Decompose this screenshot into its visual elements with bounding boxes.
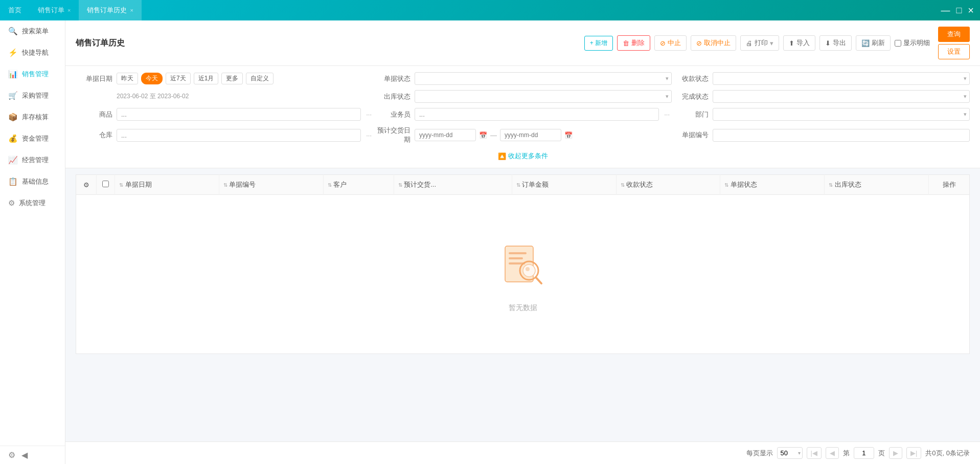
- minimize-icon[interactable]: —: [939, 3, 952, 18]
- warehouse-ellipsis-btn[interactable]: ···: [364, 131, 374, 139]
- th-out-status[interactable]: ⇅ 出库状态: [825, 175, 929, 195]
- data-table: ⚙ ⇅ 单据日期 ⇅ 单据编号: [76, 174, 970, 354]
- bill-status-select[interactable]: [415, 72, 672, 85]
- collapse-more-btn[interactable]: 🔼 收起更多条件: [76, 148, 970, 162]
- tab-home[interactable]: 首页: [0, 0, 30, 20]
- sidebar-item-search[interactable]: 🔍 搜索菜单: [0, 20, 65, 42]
- table-settings-th[interactable]: ⚙: [76, 175, 97, 195]
- date-btn-today[interactable]: 今天: [141, 73, 163, 84]
- system-icon: ⚙: [8, 198, 15, 208]
- bill-status-content: [415, 72, 672, 85]
- inventory-icon: 📦: [8, 113, 18, 122]
- sidebar-operation-label: 经营管理: [22, 156, 49, 165]
- department-select[interactable]: [713, 108, 970, 121]
- th-out-status-sort-icon: ⇅: [829, 182, 833, 188]
- th-amount[interactable]: ⇅ 订单金额: [512, 175, 616, 195]
- table-area: ⚙ ⇅ 单据日期 ⇅ 单据编号: [65, 168, 980, 441]
- salesperson-ellipsis-btn[interactable]: ···: [662, 111, 672, 118]
- th-receive-status[interactable]: ⇅ 收款状态: [616, 175, 720, 195]
- date-btn-yesterday[interactable]: 昨天: [117, 73, 138, 84]
- salesperson-label: 业务员: [374, 110, 415, 119]
- query-button[interactable]: 查询: [938, 27, 970, 42]
- cancel-stop-button[interactable]: ⊘ 取消中止: [691, 35, 736, 51]
- collapse-icon: 🔼: [498, 152, 506, 160]
- date-filter-content: 昨天 今天 近7天 近1月 更多 自定义: [117, 73, 374, 84]
- th-receive-status-label: 收款状态: [626, 181, 653, 188]
- sidebar-finance-label: 资金管理: [22, 134, 49, 143]
- new-button[interactable]: + 新增: [584, 36, 613, 51]
- out-stock-filter-cell: 出库状态: [374, 90, 672, 103]
- sidebar-item-basic[interactable]: 📋 基础信息: [0, 171, 65, 192]
- th-bill-no[interactable]: ⇅ 单据编号: [219, 175, 323, 195]
- receive-status-select[interactable]: [713, 72, 970, 85]
- refresh-button[interactable]: 🔄 刷新: [856, 35, 891, 51]
- sidebar-item-inventory[interactable]: 📦 库存核算: [0, 106, 65, 128]
- sidebar-collapse-icon[interactable]: ◀: [21, 450, 28, 460]
- date-btn-1month[interactable]: 近1月: [194, 73, 219, 84]
- th-expected-date-label: 预计交货...: [404, 181, 436, 188]
- th-amount-label: 订单金额: [522, 181, 549, 188]
- sidebar-item-sales[interactable]: 📊 销售管理: [0, 63, 65, 85]
- expected-date-filter-cell: 预计交货日期 📅 — 📅: [374, 126, 672, 144]
- next-page-button[interactable]: ▶: [889, 447, 902, 459]
- sidebar-settings-icon[interactable]: ⚙: [8, 450, 15, 460]
- tab-sales-order[interactable]: 销售订单 ×: [30, 0, 79, 20]
- table-settings-icon[interactable]: ⚙: [83, 181, 89, 189]
- delete-icon: 🗑: [623, 39, 629, 47]
- date-calendar-to-icon[interactable]: 📅: [564, 131, 573, 139]
- warehouse-input[interactable]: [117, 129, 361, 142]
- close-sales-order-history-tab-icon[interactable]: ×: [130, 7, 133, 13]
- last-page-button[interactable]: ▶|: [906, 447, 921, 459]
- th-bill-status[interactable]: ⇅ 单据状态: [720, 175, 825, 195]
- expected-date-from-input[interactable]: [415, 129, 476, 141]
- print-button[interactable]: 🖨 打印 ▾: [740, 35, 779, 51]
- tab-sales-order-history[interactable]: 销售订单历史 ×: [79, 0, 141, 20]
- maximize-icon[interactable]: □: [954, 3, 964, 18]
- show-detail-checkbox[interactable]: [895, 40, 901, 47]
- sidebar-item-system[interactable]: ⚙ 系统管理: [0, 192, 65, 214]
- salesperson-input[interactable]: [415, 108, 659, 121]
- th-bill-status-sort-icon: ⇅: [724, 182, 728, 188]
- close-sales-order-tab-icon[interactable]: ×: [67, 7, 71, 13]
- stop-button[interactable]: ⊘ 中止: [654, 35, 687, 51]
- date-btn-7days[interactable]: 近7天: [166, 73, 191, 84]
- sidebar-quicknav-label: 快捷导航: [22, 48, 49, 57]
- th-expected-date[interactable]: ⇅ 预计交货...: [394, 175, 512, 195]
- product-input[interactable]: [117, 108, 361, 121]
- select-all-checkbox[interactable]: [102, 181, 109, 187]
- bill-no-filter-cell: 单据编号: [672, 126, 970, 144]
- out-stock-select[interactable]: [415, 90, 672, 103]
- setting-button[interactable]: 设置: [938, 44, 970, 59]
- quicknav-icon: ⚡: [8, 48, 18, 57]
- delete-button[interactable]: 🗑 删除: [617, 35, 650, 51]
- show-detail-label: 显示明细: [903, 38, 930, 48]
- page-title: 销售订单历史: [76, 38, 125, 55]
- sidebar-item-finance[interactable]: 💰 资金管理: [0, 128, 65, 149]
- bill-status-label: 单据状态: [374, 74, 415, 83]
- bill-no-input[interactable]: [713, 129, 970, 142]
- import-button[interactable]: ⬆ 导入: [783, 35, 815, 51]
- department-content: [713, 108, 970, 121]
- print-dropdown-icon[interactable]: ▾: [770, 39, 773, 47]
- date-btn-more[interactable]: 更多: [221, 73, 243, 84]
- sidebar-item-quicknav[interactable]: ⚡ 快捷导航: [0, 42, 65, 63]
- window-close-icon[interactable]: ×: [966, 3, 976, 18]
- page-input[interactable]: [854, 447, 874, 459]
- date-calendar-from-icon[interactable]: 📅: [479, 131, 487, 139]
- th-customer[interactable]: ⇅ 客户: [323, 175, 394, 195]
- first-page-button[interactable]: |◀: [807, 447, 822, 459]
- sidebar-item-purchase[interactable]: 🛒 采购管理: [0, 85, 65, 106]
- sidebar-sales-label: 销售管理: [22, 70, 49, 79]
- expected-date-to-input[interactable]: [500, 129, 561, 141]
- sidebar-item-operation[interactable]: 📈 经营管理: [0, 149, 65, 171]
- prev-page-button[interactable]: ◀: [826, 447, 839, 459]
- th-bill-no-label: 单据编号: [229, 181, 256, 188]
- export-icon: ⬇: [825, 39, 831, 47]
- page-size-select[interactable]: 50 10 20 100: [777, 447, 803, 459]
- complete-status-select[interactable]: [713, 90, 970, 103]
- th-bill-date[interactable]: ⇅ 单据日期: [115, 175, 219, 195]
- export-button[interactable]: ⬇ 导出: [819, 35, 852, 51]
- complete-status-content: [713, 90, 970, 103]
- date-btn-custom[interactable]: 自定义: [246, 73, 274, 84]
- product-ellipsis-btn[interactable]: ···: [364, 111, 374, 118]
